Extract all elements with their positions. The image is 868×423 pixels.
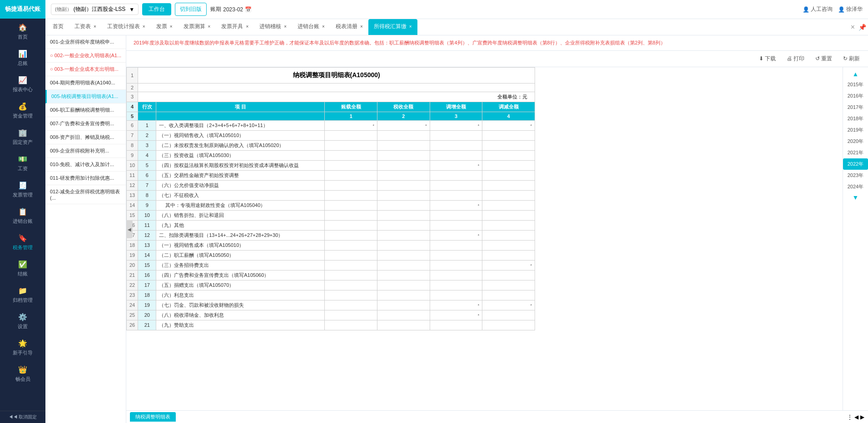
bottom-sheet-tab[interactable]: 纳税调整明细表 xyxy=(130,412,176,422)
company-selector[interactable]: (物副） (物副）江西股金-LSS ▼ xyxy=(51,4,139,15)
left-panel-item-006[interactable]: 006-职工薪酬纳税调整明细... xyxy=(45,103,126,117)
table-row: 16 11 （九）其他 xyxy=(127,220,535,230)
sidebar-item-general-ledger-label: 总账 xyxy=(18,60,28,67)
table-row: 2 xyxy=(127,83,535,92)
tab-invoice-close[interactable]: × xyxy=(170,24,173,29)
sidebar-item-archive-mgmt[interactable]: 📁 归档管理 xyxy=(0,282,45,308)
tab-invoice-label: 发票 xyxy=(156,23,167,30)
spreadsheet-wrapper[interactable]: 1 纳税调整项目明细表(A105000) 2 3 全额单位 xyxy=(126,67,843,411)
sidebar-item-tax-mgmt[interactable]: 🔖 税务管理 xyxy=(0,229,45,256)
sidebar-item-fixed-assets-label: 固定资产 xyxy=(13,139,33,146)
tab-invoice-calc[interactable]: 发票测算 × xyxy=(178,19,216,35)
sidebar-item-invoice-mgmt[interactable]: 🧾 发票管理 xyxy=(0,177,45,203)
download-button[interactable]: ⬇ 下载 xyxy=(756,54,779,64)
old-version-button[interactable]: 切到旧版 xyxy=(175,3,207,16)
scroll-right-icon[interactable]: ▶ xyxy=(860,414,864,420)
table-row: 8 3 （二）未按权责发生制原则确认的收入（填写A105020） xyxy=(127,140,535,150)
table-row: 24 19 （七）罚金、罚款和被没收财物的损失 * * xyxy=(127,300,535,310)
report-icon: 📈 xyxy=(18,76,27,84)
left-panel-item-001[interactable]: 001-企业所得税年度纳税申... xyxy=(45,35,126,49)
row-num: 3 xyxy=(127,92,138,102)
year-item-2017[interactable]: 2017年 xyxy=(843,102,868,113)
year-item-2016[interactable]: 2016年 xyxy=(843,90,868,102)
sidebar-item-fixed-assets[interactable]: 🏢 固定资产 xyxy=(0,124,45,150)
year-item-2022[interactable]: 2022年 xyxy=(843,158,868,170)
tab-invoice-open[interactable]: 发票开具 × xyxy=(216,19,254,35)
tab-purchase-reduce-close[interactable]: × xyxy=(284,24,287,29)
notice-bar: 2019年度涉及取以前年度继续数据的申报表单元格需要手工维护正确，才能保证本年及… xyxy=(126,35,868,51)
workbench-button[interactable]: 工作台 xyxy=(142,3,171,15)
calendar-icon[interactable]: 📅 xyxy=(245,6,252,13)
amount-unit-cell: 全额单位：元 xyxy=(138,92,535,102)
unfix-button[interactable]: ◀◀ 取消固定 xyxy=(0,411,45,423)
bottom-scroll: ⋮ ◀ ▶ xyxy=(847,414,864,420)
invoice-icon: 🧾 xyxy=(18,181,27,190)
sidebar-item-payroll[interactable]: 💵 工资 xyxy=(0,150,45,177)
support-link[interactable]: 👤 人工咨询 xyxy=(803,5,833,13)
tab-invoice-open-close[interactable]: × xyxy=(246,24,248,29)
left-panel-item-003[interactable]: ○ 003-一般企业成本支出明细... xyxy=(45,63,126,76)
left-panel-item-007[interactable]: 007-广告费和业务宣传费明... xyxy=(45,117,126,131)
year-item-2015[interactable]: 2015年 xyxy=(843,79,868,90)
year-item-2023[interactable]: 2023年 xyxy=(843,170,868,181)
tab-purchase-reduce[interactable]: 进销稽核 × xyxy=(254,19,292,35)
topbar-right: 👤 人工咨询 👤 徐泽华 xyxy=(803,5,863,13)
tab-purchase-ledger-close[interactable]: × xyxy=(322,24,325,29)
year-down-arrow[interactable]: ▼ xyxy=(851,192,860,202)
sidebar-item-settlement[interactable]: ✅ 结账 xyxy=(0,256,45,282)
user-avatar[interactable]: 👤 徐泽华 xyxy=(838,5,863,13)
close-all-tabs-button[interactable]: × xyxy=(847,23,858,31)
tab-payroll-close[interactable]: × xyxy=(94,24,96,29)
left-panel-item-012[interactable]: 012-减免企业所得税优惠明细表(... xyxy=(45,185,126,204)
chevron-down-icon: ▼ xyxy=(129,6,134,13)
col-d-header: 税收全额 xyxy=(377,102,430,112)
sidebar-item-home[interactable]: 🏠 首页 xyxy=(0,19,45,45)
year-item-2024[interactable]: 2024年 xyxy=(843,181,868,192)
period-label: 账期 xyxy=(210,5,221,13)
tab-home[interactable]: 首页 xyxy=(47,19,69,35)
print-button[interactable]: 🖨 打印 xyxy=(784,54,807,64)
tab-payroll[interactable]: 工资表 × xyxy=(69,19,102,35)
left-panel-item-005[interactable]: 005-纳税调整项目明细表(A1... xyxy=(45,90,126,103)
sidebar-item-report-center[interactable]: 📈 报表中心 xyxy=(0,71,45,98)
tab-tax-clear-close[interactable]: × xyxy=(360,24,363,29)
tab-income-tax[interactable]: 所得税汇算缴 × xyxy=(368,19,417,35)
year-item-2018[interactable]: 2018年 xyxy=(843,113,868,124)
download-icon: ⬇ xyxy=(759,55,764,62)
year-up-arrow[interactable]: ▲ xyxy=(851,69,860,79)
sidebar-item-member[interactable]: 👑 畅会员 xyxy=(0,361,45,387)
year-item-2020[interactable]: 2020年 xyxy=(843,136,868,147)
year-item-2021[interactable]: 2021年 xyxy=(843,147,868,158)
avatar-icon: 👤 xyxy=(838,6,845,13)
tab-tax-clear[interactable]: 税表清册 × xyxy=(330,19,368,35)
tab-income-tax-close[interactable]: × xyxy=(409,24,412,29)
panel-toggle-button[interactable]: ◀ xyxy=(126,220,133,238)
left-panel-item-008[interactable]: 008-资产折旧、摊销及纳税... xyxy=(45,131,126,144)
sidebar-item-purchase-ledger[interactable]: 📋 进销台账 xyxy=(0,203,45,229)
sidebar-item-settings[interactable]: ⚙️ 设置 xyxy=(0,308,45,334)
table-row: 21 16 （四）广告费和业务宣传费支出（填写A105060） xyxy=(127,270,535,280)
sidebar-item-asset-mgmt[interactable]: 💰 资金管理 xyxy=(0,98,45,124)
tab-purchase-ledger[interactable]: 进销台账 × xyxy=(292,19,330,35)
sidebar: 畅捷通易代账 🏠 首页 📊 总账 📈 报表中心 💰 资金管理 🏢 固定资产 💵 … xyxy=(0,0,45,423)
refresh-button[interactable]: ↻ 刷新 xyxy=(840,54,863,64)
tab-payroll-stat-close[interactable]: × xyxy=(143,24,145,29)
left-panel-item-010[interactable]: 010-免税、减计收入及加计... xyxy=(45,158,126,172)
sidebar-item-new-guide[interactable]: 🌟 新手引导 xyxy=(0,334,45,361)
sidebar-item-guide-label: 新手引导 xyxy=(13,349,33,356)
scroll-left-icon[interactable]: ◀ xyxy=(854,414,858,420)
home-icon: 🏠 xyxy=(18,23,27,32)
tab-invoice[interactable]: 发票 × xyxy=(151,19,178,35)
tab-invoice-calc-close[interactable]: × xyxy=(208,24,211,29)
left-panel-item-011[interactable]: 011-研发费用加计扣除优惠... xyxy=(45,172,126,185)
tab-payroll-label: 工资表 xyxy=(74,23,91,30)
reset-button[interactable]: ↺ 重置 xyxy=(813,54,835,64)
left-panel-item-004[interactable]: 004-期间费用明细表(A1040... xyxy=(45,76,126,90)
left-panel-item-002[interactable]: ○ 002-一般企业收入明细表(A1... xyxy=(45,49,126,63)
sidebar-item-general-ledger[interactable]: 📊 总账 xyxy=(0,45,45,71)
left-panel-item-009[interactable]: 009-企业所得税附补充明... xyxy=(45,144,126,158)
unfix-icon: ◀◀ xyxy=(9,414,18,419)
tab-payroll-stat[interactable]: 工资统计报表 × xyxy=(102,19,151,35)
year-item-2019[interactable]: 2019年 xyxy=(843,124,868,136)
tabbar: 首页 工资表 × 工资统计报表 × 发票 × 发票测算 × 发票开具 × 进销稽… xyxy=(45,19,868,35)
